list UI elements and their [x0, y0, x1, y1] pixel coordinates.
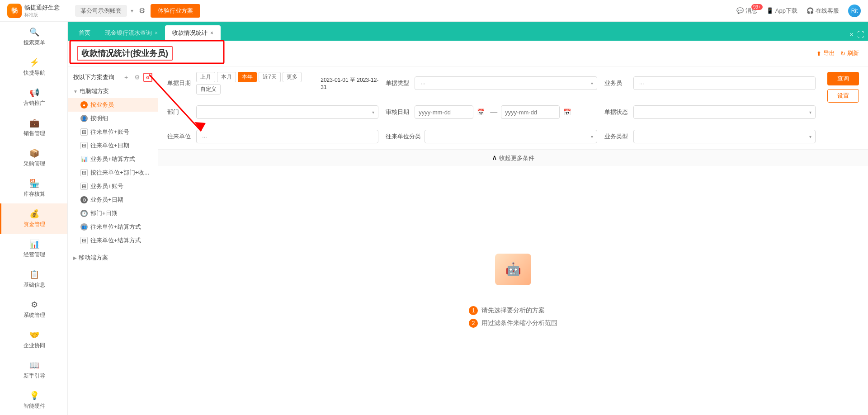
scheme-item-label-10: 往来单位+结算方式: [90, 236, 141, 245]
biztype-arrow-icon: ▾: [809, 134, 811, 139]
scheme-item-10[interactable]: ⊞ 往来单位+结算方式: [68, 234, 158, 247]
sidebar-item-finance[interactable]: 💰 资金管理: [0, 203, 67, 234]
filter-row-1: 单据日期 上月 本月 本年 近7天 更多: [167, 72, 816, 94]
two-panel: 按以下方案查询 + ⚙ « ▼ 电脑端方案 ●: [68, 66, 868, 415]
date-btn-custom[interactable]: 自定义: [196, 84, 221, 94]
review-calendar-from-icon[interactable]: 📅: [475, 108, 486, 116]
page-title: 收款情况统计(按业务员): [77, 46, 173, 61]
scheme-item-0[interactable]: ● 按业务员: [68, 98, 158, 112]
page-content: 收款情况统计(按业务员) ⬆ 导出 ↻ 刷新 按以下: [68, 41, 868, 415]
tab-close-bank[interactable]: ×: [155, 30, 158, 36]
scheme-group-desktop[interactable]: ▼ 电脑端方案: [68, 85, 158, 98]
app-badge: 标准版: [24, 12, 60, 18]
user-avatar[interactable]: Rit: [848, 5, 861, 17]
step-1-text: 请先选择要分析的方案: [481, 307, 545, 315]
guide-icon: 📖: [29, 360, 39, 370]
basic-icon: 📋: [29, 269, 39, 279]
doctype-select[interactable]: ··· ▾: [415, 76, 597, 90]
purchase-icon: 📦: [29, 148, 39, 158]
sidebar-item-guide[interactable]: 📖 新手引导: [0, 355, 67, 385]
company-dropdown-icon[interactable]: ▾: [131, 8, 133, 14]
scheme-item-4[interactable]: 📊 业务员+结算方式: [68, 152, 158, 166]
date-btn-this-month[interactable]: 本月: [217, 72, 236, 82]
sidebar-item-basic[interactable]: 📋 基础信息: [0, 264, 67, 294]
doctype-arrow-icon: ▾: [591, 81, 593, 86]
biztype-select[interactable]: ▾: [633, 130, 816, 143]
scheme-item-6[interactable]: ⊞ 业务员+账号: [68, 179, 158, 193]
scheme-item-icon-5: ⊞: [80, 169, 88, 176]
partner-select[interactable]: ···: [196, 130, 378, 143]
right-panel: 单据日期 上月 本月 本年 近7天 更多: [158, 66, 868, 415]
download-icon: 📱: [766, 7, 774, 14]
tab-window-close-icon[interactable]: ×: [849, 31, 854, 39]
sidebar-item-purchase[interactable]: 📦 采购管理: [0, 143, 67, 173]
scheme-item-5[interactable]: ⊞ 按往来单位+部门+收...: [68, 166, 158, 179]
sidebar-item-inventory[interactable]: 🏪 库存核算: [0, 173, 67, 203]
sidebar-item-mgmt[interactable]: 📊 经营管理: [0, 234, 67, 264]
sidebar-item-marketing[interactable]: 📢 营销推广: [0, 82, 67, 113]
filter-settings-button[interactable]: 设置: [827, 89, 859, 103]
marketing-icon: 📢: [29, 88, 39, 98]
date-btn-7days[interactable]: 近7天: [259, 72, 281, 82]
scheme-item-8[interactable]: 🕐 部门+日期: [68, 207, 158, 220]
scheme-item-3[interactable]: ⊞ 往来单位+日期: [68, 139, 158, 152]
user-company[interactable]: 某公司示例账套: [75, 5, 127, 17]
salesperson-more-dots[interactable]: ···: [637, 80, 644, 87]
sidebar-item-search[interactable]: 🔍 搜索菜单: [0, 22, 67, 52]
query-button[interactable]: 查询: [827, 72, 859, 85]
collapse-bar[interactable]: ∧ 收起更多条件: [158, 149, 868, 166]
docstatus-select[interactable]: ▾: [633, 105, 816, 119]
app-settings-icon[interactable]: ⚙: [137, 5, 147, 17]
scheme-item-icon-1: 👤: [80, 115, 88, 122]
trial-button[interactable]: 体验行业方案: [151, 4, 200, 18]
review-date-from[interactable]: [415, 105, 473, 119]
sidebar-item-quick-nav[interactable]: ⚡ 快捷导航: [0, 52, 67, 82]
scheme-group-mobile[interactable]: ▶ 移动端方案: [68, 251, 158, 264]
tab-close-collection[interactable]: ×: [210, 30, 213, 36]
tab-collection-stats[interactable]: 收款情况统计 ×: [165, 25, 221, 41]
empty-steps: 1 请先选择要分析的方案 2 用过滤条件来缩小分析范围: [469, 306, 557, 328]
scheme-item-7[interactable]: ⚙ 业务员+日期: [68, 193, 158, 207]
left-panel: 按以下方案查询 + ⚙ « ▼ 电脑端方案 ●: [68, 66, 158, 415]
online-service-label: 在线客服: [816, 7, 839, 15]
page-header: 收款情况统计(按业务员) ⬆ 导出 ↻ 刷新: [68, 41, 868, 66]
sidebar-label-finance: 资金管理: [24, 221, 45, 228]
date-btn-more[interactable]: 更多: [283, 72, 302, 82]
scheme-item-9[interactable]: 👥 往来单位+结算方式: [68, 220, 158, 234]
date-btn-last-month[interactable]: 上月: [196, 72, 215, 82]
dept-select[interactable]: ▾: [196, 105, 378, 119]
sidebar-label-inventory: 库存核算: [24, 190, 45, 198]
date-btn-this-year[interactable]: 本年: [238, 72, 257, 82]
sidebar-item-sales[interactable]: 💼 销售管理: [0, 113, 67, 143]
export-button[interactable]: ⬆ 导出: [816, 49, 835, 57]
collapse-scheme-icon[interactable]: «: [143, 73, 152, 82]
docstatus-arrow-icon: ▾: [809, 110, 811, 115]
review-calendar-to-icon[interactable]: 📅: [561, 108, 573, 116]
tab-window-max-icon[interactable]: ⛶: [857, 31, 864, 39]
sidebar-item-collab[interactable]: 🤝 企业协同: [0, 325, 67, 355]
tab-home[interactable]: 首页: [71, 25, 98, 41]
scheme-settings-icon[interactable]: ⚙: [132, 73, 142, 82]
review-date-value: 📅 — 📅: [415, 105, 597, 119]
app-download-btn[interactable]: 📱 App下载: [766, 7, 797, 15]
sidebar-item-hardware[interactable]: 💡 智能硬件: [0, 385, 67, 415]
collab-icon: 🤝: [29, 330, 39, 340]
scheme-item-icon-10: ⊞: [80, 237, 88, 244]
add-scheme-icon[interactable]: +: [122, 73, 131, 82]
messages-btn[interactable]: 💬 消息 99+: [736, 7, 757, 15]
empty-step-1: 1 请先选择要分析的方案: [469, 306, 557, 315]
scheme-item-1[interactable]: 👤 按明细: [68, 112, 158, 125]
partner-more-dots[interactable]: ···: [200, 133, 207, 140]
sidebar-item-system[interactable]: ⚙ 系统管理: [0, 294, 67, 325]
refresh-button[interactable]: ↻ 刷新: [840, 49, 859, 57]
review-date-to[interactable]: [501, 105, 560, 119]
partner-cat-select[interactable]: ▾: [425, 130, 597, 143]
online-service-btn[interactable]: 🎧 在线客服: [807, 7, 839, 15]
tab-bank-flow[interactable]: 现金银行流水查询 ×: [98, 25, 165, 41]
doctype-more-dots[interactable]: ···: [419, 80, 425, 87]
filter-partner-cat-field: 往来单位分类 ▾: [386, 130, 597, 143]
scheme-item-label-3: 往来单位+日期: [90, 141, 129, 150]
filter-actions: 查询 设置: [823, 72, 859, 103]
salesperson-select[interactable]: ···: [633, 76, 816, 90]
scheme-item-2[interactable]: ⊞ 往来单位+账号: [68, 125, 158, 139]
